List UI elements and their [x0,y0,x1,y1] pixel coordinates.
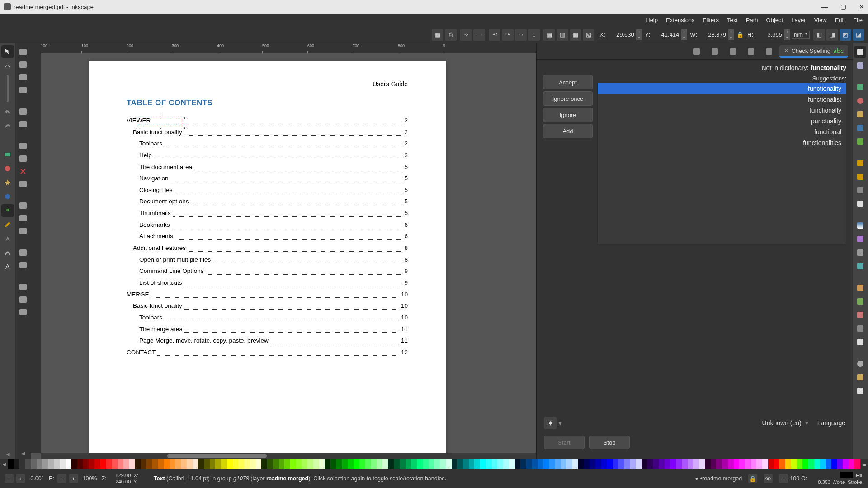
color-swatch[interactable] [779,459,785,469]
open-icon[interactable]: ▭ [473,29,485,41]
lower-back-icon[interactable]: ▤ [543,29,555,41]
color-swatch[interactable] [716,459,722,469]
mesh-tool-r[interactable] [854,233,866,245]
unlink-icon[interactable] [17,225,29,237]
color-swatch[interactable] [452,459,458,469]
zoom-page-icon[interactable] [17,306,29,318]
group-icon[interactable] [17,247,29,258]
color-swatch[interactable] [636,459,642,469]
color-swatch[interactable] [613,459,618,469]
h-inc[interactable]: + [784,29,790,35]
eraser-tool-r[interactable] [854,309,866,321]
y-value[interactable]: 41.414 [653,31,679,38]
h-dec[interactable]: − [784,35,790,40]
color-swatch[interactable] [377,459,382,469]
suggestions-list[interactable]: functionalityfunctionalistfunctionallypu… [597,83,846,244]
color-swatch[interactable] [434,459,440,469]
circle-tool-r[interactable] [854,95,866,107]
color-swatch[interactable] [751,459,757,469]
menu-help[interactable]: Help [646,17,658,23]
color-swatch[interactable] [682,459,688,469]
color-swatch[interactable] [71,459,77,469]
color-swatch[interactable] [659,459,665,469]
color-swatch[interactable] [566,459,572,469]
menu-view[interactable]: View [814,17,827,23]
suggestion-item[interactable]: functionalist [598,94,846,105]
toolbar-doc-icon[interactable]: ▦ [432,29,443,41]
menu-edit[interactable]: Edit [835,17,845,23]
color-swatch[interactable] [204,459,210,469]
color-swatch[interactable] [647,459,653,469]
color-swatch[interactable] [486,459,492,469]
cut-icon[interactable] [17,140,29,152]
color-swatch[interactable] [728,459,734,469]
sel-handle-s[interactable]: ↕ [159,126,164,131]
zoom-dec[interactable]: − [57,474,66,483]
color-swatch[interactable] [118,459,123,469]
color-swatch[interactable] [676,459,682,469]
color-swatch[interactable] [446,459,452,469]
transform-stroke-icon[interactable]: ◨ [826,29,838,41]
color-swatch[interactable] [584,459,590,469]
color-swatch[interactable] [336,459,342,469]
sel-handle-nw[interactable]: ↔ [135,115,140,120]
zoom-inc[interactable]: + [69,474,78,483]
color-swatch[interactable] [515,459,521,469]
color-swatch[interactable] [141,459,146,469]
node-tool[interactable] [1,59,14,72]
color-swatch[interactable] [509,459,515,469]
color-chooser-icon[interactable]: ◀ [21,450,25,456]
clipboard-icon[interactable] [17,178,29,190]
color-swatch[interactable] [837,459,843,469]
color-swatch[interactable] [100,459,106,469]
horizontal-scrollbar[interactable] [41,453,536,459]
color-swatch[interactable] [745,459,751,469]
ungroup-icon[interactable] [17,259,29,271]
node-tool-r[interactable] [854,60,866,71]
clone-icon[interactable] [17,212,29,224]
color-swatch[interactable] [797,459,803,469]
color-swatch[interactable] [94,459,100,469]
color-swatch[interactable] [520,459,526,469]
spiral-tool-r[interactable] [854,136,866,147]
paste-icon[interactable] [17,165,29,177]
rect-tool[interactable] [1,148,14,161]
color-swatch[interactable] [543,459,549,469]
color-swatch[interactable] [711,459,717,469]
color-swatch[interactable] [429,459,434,469]
color-swatch[interactable] [785,459,791,469]
calligraphy-tool[interactable] [1,246,14,259]
save-icon[interactable] [17,71,29,83]
suggestion-item[interactable]: functionality [598,83,846,94]
ruler-horizontal[interactable]: 100-1002003004005006007008009 [41,43,536,53]
stop-button[interactable]: Stop [589,436,630,449]
color-swatch[interactable] [250,459,256,469]
color-swatch[interactable] [187,459,193,469]
spiral-tool[interactable] [1,204,14,217]
color-swatch[interactable] [572,459,578,469]
color-swatch[interactable] [768,459,774,469]
color-palette[interactable]: ◀ ☰ [0,459,868,469]
color-swatch[interactable] [492,459,498,469]
color-swatch[interactable] [238,459,244,469]
opacity-value[interactable]: 100 [790,475,799,482]
rotate-ccw-icon[interactable]: ↶ [489,29,500,41]
close-button[interactable]: ✕ [859,3,864,10]
palette-menu-icon[interactable]: ☰ [860,459,868,469]
chevron-down-icon[interactable]: ▾ [558,419,562,427]
canvas-viewport[interactable]: Users Guide TABLE OF CONTENTS VIEWER2Bas… [41,53,536,453]
sel-handle-ne[interactable]: ↔ [183,115,188,120]
pen-tool-r[interactable] [854,157,866,169]
color-swatch[interactable] [66,459,71,469]
opacity-dec[interactable]: − [779,474,788,483]
color-swatch[interactable] [820,459,826,469]
color-swatch[interactable] [233,459,239,469]
color-swatch[interactable] [256,459,262,469]
color-swatch[interactable] [31,459,37,469]
lock-aspect-icon[interactable]: 🔒 [736,31,744,38]
color-swatch[interactable] [307,459,313,469]
color-swatch[interactable] [325,459,330,469]
color-swatch[interactable] [423,459,429,469]
y-dec[interactable]: − [681,35,687,40]
import-icon[interactable] [17,106,29,117]
